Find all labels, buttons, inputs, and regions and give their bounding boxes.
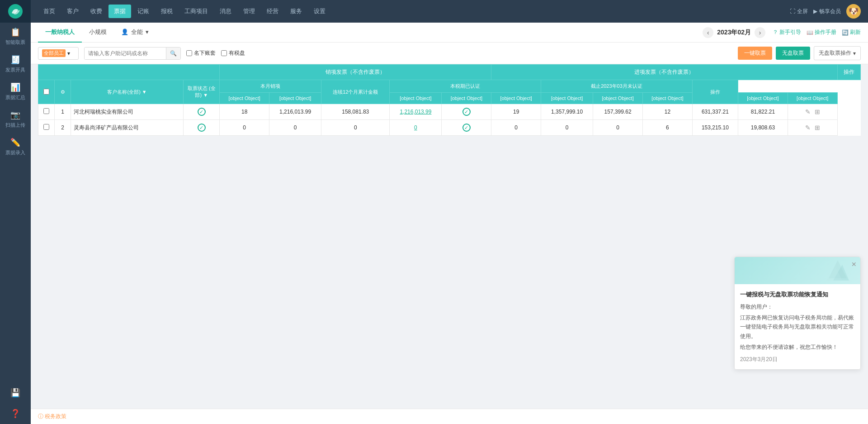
checkbox-account-input[interactable] <box>186 50 192 56</box>
checkbox-account[interactable]: 名下账套 <box>186 49 216 57</box>
nav-management[interactable]: 管理 <box>238 5 260 18</box>
employee-select[interactable]: 全部员工 ▾ <box>38 47 79 60</box>
one-click-fetch-btn[interactable]: 一键取票 <box>738 47 772 60</box>
sidebar-item-label: 扫描上传 <box>5 122 25 129</box>
th-cert-status[interactable]: [object Object] <box>442 93 491 104</box>
sidebar-item-invoice-issue[interactable]: 🧾 发票开具 <box>0 50 31 78</box>
fullscreen-btn[interactable]: ⛶ 全屏 <box>790 8 808 15</box>
th-certified: 本税期已认证 <box>390 80 541 93</box>
user-avatar[interactable]: 🐶 <box>846 4 861 19</box>
employee-select-badge: 全部员工 <box>42 49 66 57</box>
sidebar-item-download[interactable]: 💾 <box>0 382 31 403</box>
row-uncert-tax-0: 81,822.21 <box>738 104 788 120</box>
row-fetch-status-0: ✓ <box>184 104 220 120</box>
search-button[interactable]: 🔍 <box>166 48 180 59</box>
row-sales-cumulative-1: 0 <box>390 120 442 136</box>
tab-general-taxpayer[interactable]: 一般纳税人 <box>38 23 82 43</box>
chevron-down-icon: ▾ <box>146 29 149 35</box>
edit-icon-1[interactable]: ✎ <box>805 124 811 131</box>
sidebar-item-scan-upload[interactable]: 📷 扫描上传 <box>0 105 31 133</box>
sidebar-item-help[interactable]: ❓ <box>0 403 31 424</box>
view-icon-0[interactable]: ⊞ <box>815 108 820 115</box>
sidebar-item-smart-fetch[interactable]: 📋 智能取票 <box>0 23 31 50</box>
row-cert-status-0: ✓ <box>442 104 491 120</box>
th-customer[interactable]: 客户名称(全部) ▼ <box>71 80 184 104</box>
nav-invoice[interactable]: 票据 <box>108 5 131 18</box>
nav-message[interactable]: 消息 <box>214 5 237 18</box>
notification-content: 江苏政务网已恢复访问电子税务局功能，易代账一键登陆电子税务局与无盘取票相关功能可… <box>740 313 855 341</box>
nav-home[interactable]: 首页 <box>38 5 61 18</box>
checkbox-taxdisk-input[interactable] <box>221 50 227 56</box>
row-sales-amount-0: 1,216,013.99 <box>269 104 321 120</box>
th-action-col: 操作 <box>692 80 738 104</box>
tab-small-scale[interactable]: 小规模 <box>82 23 114 43</box>
no-disk-ops-btn[interactable]: 无盘取票操作 ▾ <box>814 46 861 60</box>
row-sales-tax-0: 158,081.83 <box>321 104 390 120</box>
fetch-status-icon-0: ✓ <box>198 108 206 116</box>
tab-all[interactable]: 👤 全能 ▾ <box>114 23 156 43</box>
notification-close-btn[interactable]: ✕ <box>851 261 857 268</box>
edit-icon-0[interactable]: ✎ <box>805 108 811 115</box>
nav-business[interactable]: 工商项目 <box>179 5 213 18</box>
nav-operation[interactable]: 经营 <box>261 5 284 18</box>
topnav: 首页 客户 收费 票据 记账 报税 工商项目 消息 管理 经营 服务 设置 ⛶ … <box>31 0 868 23</box>
th-uncertified: 截止2023年03月未认证 <box>541 80 693 93</box>
nav-settings[interactable]: 设置 <box>308 5 331 18</box>
nav-fee[interactable]: 收费 <box>85 5 108 18</box>
row-checkbox-1[interactable] <box>43 124 49 130</box>
sidebar-item-label: 票据汇总 <box>5 94 25 101</box>
manual-btn[interactable]: 📖 操作手册 <box>807 29 836 36</box>
no-disk-fetch-btn[interactable]: 无盘取票 <box>776 47 810 60</box>
sidebar-item-invoice-entry[interactable]: ✏️ 票据录入 <box>0 133 31 161</box>
tax-policy-link[interactable]: ⓘ 税务政策 <box>38 413 66 420</box>
invoice-issue-icon: 🧾 <box>10 55 20 65</box>
sidebar: 📋 智能取票 🧾 发票开具 📊 票据汇总 📷 扫描上传 ✏️ 票据录入 💾 ❓ <box>0 0 31 424</box>
row-num-1: 2 <box>55 120 71 136</box>
month-label: 2023年02月 <box>717 29 751 37</box>
row-checkbox-0[interactable] <box>43 108 49 114</box>
notification-apology: 给您带来的不便请谅解，祝您工作愉快！ <box>740 343 855 352</box>
nav-service[interactable]: 服务 <box>285 5 307 18</box>
help-icon: ❓ <box>10 409 20 419</box>
nav-tax[interactable]: 报税 <box>156 5 178 18</box>
view-icon-1[interactable]: ⊞ <box>815 124 820 131</box>
guide-btn[interactable]: ？ 新手引导 <box>773 29 801 36</box>
row-cert-amount-0: 1,357,999.10 <box>541 104 593 120</box>
th-sales-count: [object Object] <box>220 93 269 104</box>
sidebar-bottom: 💾 ❓ <box>0 382 31 424</box>
th-sales-amount: [object Object] <box>269 93 321 104</box>
refresh-btn[interactable]: 🔄 刷新 <box>842 29 861 36</box>
nav-client[interactable]: 客户 <box>61 5 84 18</box>
th-cert-count: [object Object] <box>491 93 541 104</box>
sidebar-item-label: 发票开具 <box>5 67 25 73</box>
search-input[interactable] <box>85 48 166 59</box>
row-sales-tax-1: 0 <box>321 120 390 136</box>
row-check-1[interactable] <box>38 120 55 136</box>
row-sales-cumulative-0: 1,216,013.99 <box>390 104 442 120</box>
row-check-0[interactable] <box>38 104 55 120</box>
cumulative-link-1[interactable]: 0 <box>414 124 417 131</box>
fetch-status-icon-1: ✓ <box>198 124 206 132</box>
invoice-table: 销项发票（不含作废票） 进项发票（不含作废票） 操作 ⚙ 客户名称(全部) ▼ <box>38 64 861 136</box>
notification-deco <box>824 256 851 284</box>
table-body: 1 河北柯瑞桃实业有限公司 ✓ 18 1,216,013.99 158,081.… <box>38 104 861 136</box>
prev-month-btn[interactable]: ‹ <box>703 27 713 38</box>
th-settings: ⚙ <box>55 80 71 104</box>
notification-body: 一键报税与无盘取票功能恢复通知 尊敬的用户： 江苏政务网已恢复访问电子税务局功能… <box>735 284 860 369</box>
vip-btn[interactable]: ▶ 畅享会员 <box>813 8 841 15</box>
manual-icon: 📖 <box>807 29 813 36</box>
th-fetch-status[interactable]: 取票状态 (全部) ▼ <box>184 80 220 104</box>
row-cert-count-0: 19 <box>491 104 541 120</box>
scan-upload-icon: 📷 <box>10 110 20 120</box>
next-month-btn[interactable]: › <box>755 27 765 38</box>
header-sales-group: 销项发票（不含作废票） <box>220 65 491 80</box>
nav-bookkeeping[interactable]: 记账 <box>132 5 155 18</box>
row-uncert-count-1: 6 <box>643 120 693 136</box>
filter-right-btns: 一键取票 无盘取票 无盘取票操作 ▾ <box>738 46 861 60</box>
cumulative-link-0[interactable]: 1,216,013.99 <box>400 109 431 115</box>
row-num-0: 1 <box>55 104 71 120</box>
checkbox-taxdisk[interactable]: 有税盘 <box>221 49 245 57</box>
select-all-checkbox[interactable] <box>43 89 49 95</box>
smart-fetch-icon: 📋 <box>10 27 20 37</box>
sidebar-item-invoice-summary[interactable]: 📊 票据汇总 <box>0 78 31 105</box>
